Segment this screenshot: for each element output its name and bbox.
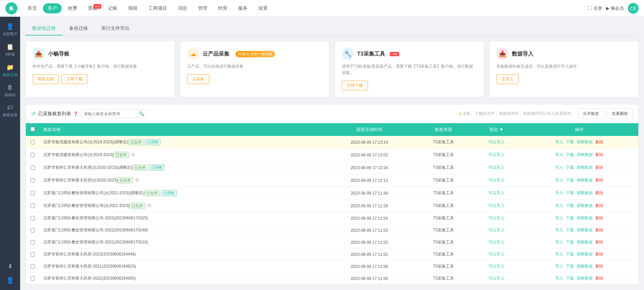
action-导入[interactable]: 导入: [555, 191, 563, 195]
action-导入[interactable]: 导入: [555, 203, 563, 208]
row-checkbox[interactable]: [31, 140, 35, 144]
action-调整数据[interactable]: 调整数据: [577, 152, 593, 157]
action-删除[interactable]: 删除: [595, 152, 603, 157]
nav-item-operation[interactable]: 经营: [213, 3, 232, 13]
row-checkbox[interactable]: [31, 228, 35, 232]
action-下载[interactable]: 下载: [566, 191, 574, 195]
action-下载[interactable]: 下载: [566, 276, 574, 281]
action-导入[interactable]: 导入: [555, 264, 563, 269]
action-删除[interactable]: 删除: [595, 216, 603, 220]
membership-button[interactable]: ▶ 畅会员: [606, 5, 624, 11]
row-checkbox[interactable]: [31, 153, 35, 157]
action-调整数据[interactable]: 调整数据: [577, 264, 593, 269]
row-checkbox[interactable]: [31, 216, 35, 220]
action-下载[interactable]: 下载: [566, 252, 574, 257]
nav-item-message[interactable]: 消息: [173, 3, 192, 13]
row-checkbox[interactable]: [31, 191, 35, 195]
action-调整数据[interactable]: 调整数据: [577, 252, 593, 257]
action-删除[interactable]: 删除: [595, 276, 603, 281]
nav-item-settings[interactable]: 设置: [254, 3, 272, 13]
nav-item-bookkeeping[interactable]: 记账: [103, 3, 122, 13]
action-下载[interactable]: 下载: [566, 140, 574, 144]
action-导入[interactable]: 导入: [555, 276, 563, 281]
merge-account-button[interactable]: 合并账套: [578, 108, 604, 119]
action-导入[interactable]: 导入: [555, 240, 563, 244]
action-下载[interactable]: 下载: [566, 240, 574, 244]
help-icon[interactable]: ❓: [73, 112, 78, 116]
action-删除[interactable]: 删除: [595, 178, 603, 183]
nav-item-home[interactable]: 首页: [23, 3, 42, 13]
app-logo[interactable]: 账: [5, 2, 17, 14]
action-调整数据[interactable]: 调整数据: [577, 276, 593, 281]
row-checkbox[interactable]: [31, 252, 35, 257]
table-scroll-container[interactable]: 账套名称 提取完成时间 账套来源 状态 ▼ 操作 汨罗市银浩建筑有限公司(台20…: [26, 123, 638, 284]
fullscreen-button[interactable]: ⛶ 全屏: [588, 5, 602, 11]
action-调整数据[interactable]: 调整数据: [577, 203, 593, 208]
nav-item-invoice[interactable]: 票据new: [83, 3, 102, 13]
go-collect-button[interactable]: 去采集: [187, 74, 209, 84]
nav-item-management[interactable]: 管理: [193, 3, 212, 13]
sidebar-item-user-settings[interactable]: 👤: [5, 273, 15, 287]
action-下载[interactable]: 下载: [566, 228, 574, 232]
action-删除[interactable]: 删除: [595, 165, 603, 170]
action-调整数据[interactable]: 调整数据: [577, 228, 593, 232]
action-删除[interactable]: 删除: [595, 203, 603, 208]
sidebar-item-download[interactable]: ⬇: [5, 259, 15, 273]
row-checkbox[interactable]: [31, 264, 35, 269]
action-导入[interactable]: 导入: [555, 165, 563, 170]
action-导入[interactable]: 导入: [555, 152, 563, 157]
action-导入[interactable]: 导入: [555, 216, 563, 220]
go-import-button[interactable]: 去导入: [496, 74, 519, 84]
action-删除[interactable]: 删除: [595, 228, 603, 232]
select-all-checkbox[interactable]: [31, 127, 35, 131]
copy-icon[interactable]: ⧉: [131, 152, 135, 157]
row-checkbox[interactable]: [31, 276, 35, 281]
action-删除[interactable]: 删除: [595, 264, 603, 269]
sidebar-item-tag-settings[interactable]: 🏷 标签设置: [0, 101, 20, 121]
row-checkbox[interactable]: [31, 165, 35, 170]
search-icon[interactable]: 🔍: [139, 111, 144, 116]
nav-item-service[interactable]: 服务: [233, 3, 252, 13]
copy-icon[interactable]: ⧉: [136, 177, 139, 183]
nav-item-business[interactable]: 工商项目: [144, 3, 172, 13]
download-now-button[interactable]: 立即下载: [61, 74, 88, 84]
sidebar-item-zero-declare[interactable]: 📋 0申报: [0, 40, 20, 60]
batch-delete-button[interactable]: 批量删除: [607, 108, 633, 119]
search-input[interactable]: [84, 112, 138, 116]
action-调整数据[interactable]: 调整数据: [577, 216, 593, 220]
row-checkbox[interactable]: [31, 204, 35, 208]
t3-download-button[interactable]: 立即下载: [342, 81, 368, 90]
nav-item-customer[interactable]: 客户: [43, 3, 62, 13]
action-导入[interactable]: 导入: [555, 140, 563, 144]
refresh-icon[interactable]: ↺: [31, 111, 36, 117]
help-doc-button[interactable]: 帮助文档: [33, 74, 59, 84]
action-调整数据[interactable]: 调整数据: [577, 140, 593, 144]
tab-audit-export[interactable]: 审计文件导出: [95, 22, 136, 35]
user-avatar[interactable]: CE: [628, 3, 639, 14]
action-下载[interactable]: 下载: [566, 264, 574, 269]
row-checkbox[interactable]: [31, 240, 35, 244]
action-删除[interactable]: 删除: [595, 140, 603, 144]
action-调整数据[interactable]: 调整数据: [577, 191, 593, 195]
copy-icon[interactable]: ⧉: [148, 203, 151, 208]
action-下载[interactable]: 下载: [566, 203, 574, 208]
sidebar-item-account-migrate[interactable]: 📁 账套迁移: [0, 60, 20, 81]
action-下载[interactable]: 下载: [566, 152, 574, 157]
nav-item-tax[interactable]: 报税: [123, 3, 142, 13]
row-checkbox[interactable]: [31, 178, 35, 183]
sidebar-item-recycle[interactable]: 🗑 回收站: [0, 81, 20, 101]
tab-data-package[interactable]: 数据包迁移: [25, 22, 62, 35]
action-下载[interactable]: 下载: [566, 178, 574, 183]
action-调整数据[interactable]: 调整数据: [577, 165, 593, 170]
action-删除[interactable]: 删除: [595, 240, 603, 244]
action-调整数据[interactable]: 调整数据: [577, 240, 593, 244]
action-导入[interactable]: 导入: [555, 178, 563, 183]
action-导入[interactable]: 导入: [555, 228, 563, 232]
action-删除[interactable]: 删除: [595, 191, 603, 195]
action-导入[interactable]: 导入: [555, 252, 563, 257]
tab-backup-migrate[interactable]: 备份迁移: [62, 22, 95, 35]
action-调整数据[interactable]: 调整数据: [577, 178, 593, 183]
action-删除[interactable]: 删除: [595, 252, 603, 257]
sidebar-item-all-customers[interactable]: 👤 全部客户: [0, 19, 20, 40]
nav-item-billing[interactable]: 收费: [63, 3, 82, 13]
